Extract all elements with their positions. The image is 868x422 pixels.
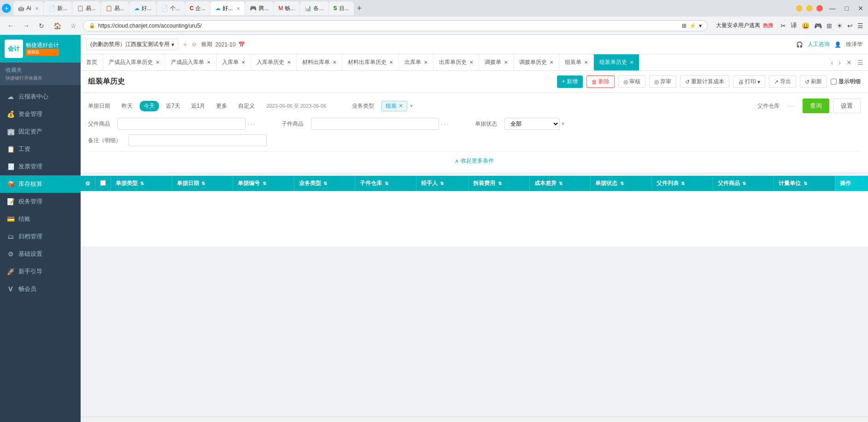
collapse-button[interactable]: ∧ 收起更多条件 — [88, 155, 861, 167]
page-tab-out-history-close[interactable]: ✕ — [469, 60, 473, 65]
forward-button[interactable]: → — [20, 20, 32, 31]
page-tab-receipt-history[interactable]: 入库单历史 ✕ — [251, 54, 297, 70]
page-tab-out-close[interactable]: ✕ — [424, 60, 428, 65]
page-tab-production-in-history-close[interactable]: ✕ — [156, 60, 159, 65]
horizontal-scrollbar[interactable] — [81, 416, 868, 422]
page-tab-out-history[interactable]: 出库单历史 ✕ — [434, 54, 479, 70]
set-button[interactable]: 设置 — [833, 98, 861, 113]
sidebar-item-salary[interactable]: 📋 工资 — [0, 140, 81, 158]
refresh-button-main[interactable]: ↺ 刷新 — [800, 75, 827, 88]
game-icon[interactable]: 🎮 — [814, 22, 822, 29]
bill-status-dropdown[interactable]: ▾ — [562, 121, 564, 127]
user-service-label[interactable]: 人工咨询 — [808, 40, 830, 48]
sidebar-item-fund[interactable]: 💰 资金管理 — [0, 105, 81, 123]
column-checkbox[interactable] — [95, 176, 111, 191]
column-biz-type[interactable]: 业务类型 ⇅ — [294, 176, 355, 191]
column-settings[interactable]: ⚙ — [81, 176, 95, 191]
column-parent-goods[interactable]: 父件商品 ⇅ — [713, 176, 774, 191]
column-bill-status[interactable]: 单据状态 ⇅ — [591, 176, 652, 191]
column-parent-list[interactable]: 父件列表 ⇅ — [652, 176, 713, 191]
calendar-icon[interactable]: 📅 — [238, 41, 245, 48]
window-minimize[interactable]: — — [827, 5, 839, 12]
sidebar-item-cloud-report[interactable]: ☁ 云报表中心 — [0, 88, 81, 105]
page-tab-material-out[interactable]: 材料出库单 ✕ — [297, 54, 342, 70]
close-icon[interactable] — [816, 5, 823, 12]
print-button[interactable]: 🖨 打印 ▾ — [733, 75, 765, 88]
page-tab-material-out-close[interactable]: ✕ — [333, 60, 336, 65]
bill-status-select[interactable]: 全部 待审核 已审核 — [504, 118, 560, 130]
date-btn-7days[interactable]: 近7天 — [162, 101, 184, 111]
page-tab-receipt-history-close[interactable]: ✕ — [287, 60, 291, 65]
sidebar-item-settings[interactable]: ⚙ 基础设置 — [0, 245, 81, 263]
back-button[interactable]: ← — [5, 20, 17, 31]
tab-ai[interactable]: 🤖 Ai ✕ — [13, 1, 43, 15]
add-company-icon[interactable]: + — [183, 40, 187, 49]
tab-11[interactable]: S 目... — [329, 1, 354, 15]
column-number[interactable]: 单据编号 ⇅ — [233, 176, 294, 191]
tab-7-close[interactable]: ✕ — [236, 6, 240, 11]
page-tab-transfer-history-close[interactable]: ✕ — [550, 60, 553, 65]
date-btn-yesterday[interactable]: 昨天 — [117, 101, 137, 111]
window-close[interactable]: ✕ — [855, 5, 866, 12]
date-btn-today[interactable]: 今天 — [140, 101, 159, 111]
sidebar-item-archive[interactable]: 🗂 归档管理 — [0, 228, 81, 245]
sidebar-item-member[interactable]: V 畅会员 — [0, 280, 81, 298]
home-button[interactable]: 🏠 — [51, 20, 64, 31]
sidebar-item-fixed-assets[interactable]: 🏢 固定资产 — [0, 123, 81, 140]
sidebar-item-tax[interactable]: 📝 税务管理 — [0, 193, 81, 210]
new-tab-button[interactable]: + — [354, 4, 365, 13]
approve-button[interactable]: ◎ 审核 — [618, 75, 645, 88]
parent-goods-more[interactable]: ··· — [247, 120, 256, 127]
date-btn-1month[interactable]: 近1月 — [187, 101, 210, 111]
sidebar-item-guide[interactable]: 🚀 新手引导 — [0, 263, 81, 280]
page-tab-production-in-history[interactable]: 产成品入库单历史 ✕ — [103, 54, 165, 70]
date-btn-more[interactable]: 更多 — [212, 101, 231, 111]
parent-warehouse-more[interactable]: ··· — [787, 102, 795, 110]
company-selector[interactable]: (勿删勿禁用）江西服宝测试专用 ▾ — [86, 39, 178, 50]
sidebar-item-inventory[interactable]: 📦 库存核算 — [0, 175, 81, 193]
business-type-dropdown[interactable]: ▾ — [410, 103, 413, 109]
refresh-button[interactable]: ↻ — [36, 20, 47, 31]
tab-9[interactable]: M 畅... — [274, 1, 299, 15]
sidebar-item-invoice[interactable]: 🧾 发票管理 — [0, 158, 81, 175]
export-button[interactable]: ↗ 导出 — [769, 75, 796, 88]
column-date[interactable]: 单据日期 ⇅ — [172, 176, 233, 191]
tab-ai-close[interactable]: ✕ — [35, 6, 39, 11]
business-type-tag-close[interactable]: ✕ — [399, 103, 403, 109]
tab-close-current[interactable]: ✕ — [845, 59, 854, 66]
page-tab-production-in[interactable]: 产成品入库单 ✕ — [165, 54, 217, 70]
date-btn-custom[interactable]: 自定义 — [234, 101, 259, 111]
tab-scroll-right[interactable]: › — [837, 59, 843, 66]
tab-3[interactable]: 📋 易... — [101, 1, 129, 15]
abandon-button[interactable]: ◎ 弃审 — [649, 75, 676, 88]
column-cost-diff[interactable]: 成本差异 ⇅ — [529, 176, 591, 191]
minimize-icon[interactable] — [796, 5, 803, 12]
page-tab-assembly[interactable]: 组装单 ✕ — [559, 54, 594, 70]
url-input[interactable]: 🔒 https://cloud.chanjet.com/accounting/u… — [83, 20, 708, 31]
delete-button[interactable]: 🗑 删除 — [586, 75, 615, 88]
window-maximize[interactable]: □ — [842, 5, 851, 12]
tab-6[interactable]: C 企... — [185, 1, 211, 15]
page-tab-transfer[interactable]: 调拨单 ✕ — [479, 54, 514, 70]
column-handler[interactable]: 经手人 ⇅ — [416, 176, 468, 191]
cut-icon[interactable]: ✂ — [780, 22, 786, 29]
select-all-checkbox[interactable] — [100, 180, 106, 186]
dropdown-icon[interactable]: ▾ — [699, 23, 702, 29]
column-disassemble-fee[interactable]: 拆装费用 ⇅ — [469, 176, 530, 191]
username-label[interactable]: 徐泽华 — [846, 40, 862, 48]
tab-menu[interactable]: ☰ — [856, 59, 865, 66]
page-tab-material-out-history-close[interactable]: ✕ — [389, 60, 393, 65]
page-tab-receipt[interactable]: 入库单 ✕ — [217, 54, 251, 70]
child-goods-input[interactable] — [311, 118, 439, 130]
show-detail-checkbox[interactable] — [831, 79, 837, 85]
page-tab-production-in-close[interactable]: ✕ — [207, 60, 211, 65]
show-detail-checkbox-area[interactable]: 显示明细 — [831, 78, 861, 86]
page-tab-assembly-history[interactable]: 组装单历史 ✕ — [594, 54, 639, 70]
page-tab-assembly-close[interactable]: ✕ — [584, 60, 588, 65]
column-unit[interactable]: 计量单位 ⇅ — [774, 176, 835, 191]
query-button[interactable]: 查询 — [803, 98, 829, 113]
page-tab-receipt-close[interactable]: ✕ — [241, 60, 245, 65]
undo-icon[interactable]: ↩ — [847, 22, 853, 29]
translate-icon[interactable]: 译 — [791, 22, 797, 30]
tab-scroll-left[interactable]: ‹ — [829, 59, 835, 66]
